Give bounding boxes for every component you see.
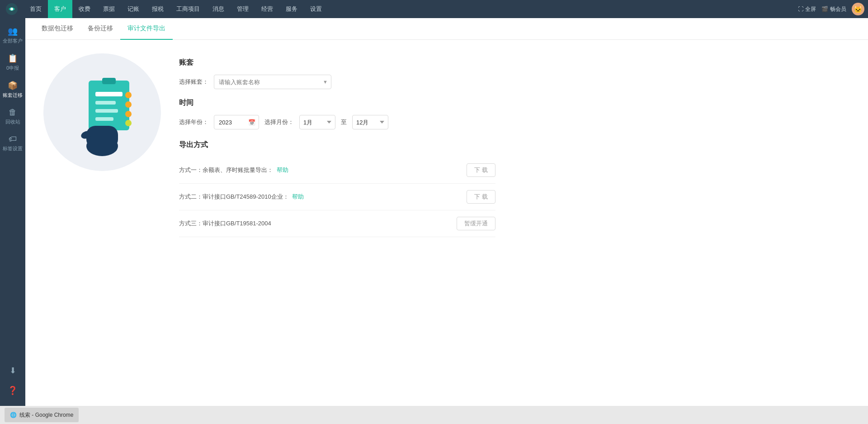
- year-label: 选择年份：: [179, 118, 208, 126]
- sidebar-item-recycle[interactable]: 🗑 回收站: [1, 104, 24, 129]
- sidebar-item-account-migration[interactable]: 📦 账套迁移: [1, 77, 24, 102]
- account-label: 选择账套：: [179, 78, 208, 86]
- recycle-icon: 🗑: [9, 108, 17, 117]
- sidebar-item-label: 标签设置: [3, 145, 23, 152]
- sidebar-help-button[interactable]: ❓: [1, 382, 24, 399]
- nav-item-工商项目[interactable]: 工商项目: [170, 0, 206, 18]
- method-1-download-button[interactable]: 下 载: [467, 163, 495, 177]
- export-title: 导出方式: [179, 140, 495, 150]
- chevron-down-icon: ▼: [323, 79, 328, 85]
- declaration-icon: 📋: [8, 53, 18, 63]
- page-content: 账套 选择账套： ▼ 时间 选择年份： 📅: [25, 40, 868, 406]
- month-start-select[interactable]: 1月2月3月4月 5月6月7月8月 9月10月11月12月: [299, 115, 335, 129]
- sidebar-download-button[interactable]: ⬇: [1, 362, 24, 379]
- sidebar-item-label: 0申报: [6, 65, 19, 71]
- method-1-label: 方式一：余额表、序时账批量导出： 帮助: [179, 166, 459, 174]
- export-method-section: 导出方式 方式一：余额表、序时账批量导出： 帮助 下 载 方式二：审计接口GB/…: [179, 140, 495, 237]
- nav-item-报税[interactable]: 报税: [146, 0, 170, 18]
- svg-point-1: [10, 8, 13, 10]
- month-end-wrap: 1月2月3月4月 5月6月7月8月 9月10月11月12月: [352, 115, 388, 129]
- fullscreen-label: 全屏: [805, 5, 816, 13]
- content-area: 数据包迁移 备份迁移 审计文件导出: [25, 18, 868, 406]
- sidebar-item-zero-declaration[interactable]: 📋 0申报: [1, 50, 24, 75]
- member-button[interactable]: 🎬 畅会员: [821, 5, 846, 13]
- year-input-wrap: 📅: [214, 115, 259, 129]
- member-icon: 🎬: [821, 6, 828, 12]
- tag-icon: 🏷: [9, 134, 17, 144]
- sidebar-item-label: 全部客户: [3, 38, 23, 44]
- migration-icon: 📦: [8, 81, 18, 91]
- nav-item-记账[interactable]: 记账: [121, 0, 146, 18]
- svg-point-10: [125, 120, 132, 126]
- nav-item-设置[interactable]: 设置: [304, 0, 328, 18]
- method-2-label: 方式二：审计接口GB/T24589-2010企业： 帮助: [179, 193, 459, 201]
- svg-rect-13: [86, 126, 118, 148]
- method-1-help-link[interactable]: 帮助: [277, 167, 288, 173]
- method-2-help-link[interactable]: 帮助: [292, 193, 304, 200]
- export-container: 账套 选择账套： ▼ 时间 选择年份： 📅: [43, 53, 850, 237]
- calendar-icon: 📅: [248, 119, 255, 126]
- svg-point-7: [125, 92, 132, 98]
- account-select-row: 选择账套： ▼: [179, 75, 495, 89]
- sidebar-bottom: ⬇ ❓: [1, 362, 24, 406]
- method-row-1: 方式一：余额表、序时账批量导出： 帮助 下 载: [179, 157, 495, 184]
- nav-menu: 首页客户收费票据记账报税工商项目消息管理经营服务设置: [24, 0, 798, 18]
- nav-item-客户[interactable]: 客户: [48, 0, 72, 18]
- method-3-open-button[interactable]: 暂缓开通: [457, 217, 495, 230]
- illustration: [43, 53, 161, 171]
- tab-data-migration[interactable]: 数据包迁移: [34, 18, 80, 40]
- svg-point-8: [125, 101, 132, 108]
- main-layout: 👥 全部客户 📋 0申报 📦 账套迁移 🗑 回收站 🏷 标签设置 ⬇ ❓: [0, 18, 868, 406]
- member-label: 畅会员: [830, 5, 846, 13]
- taskbar: 🌐 线索 - Google Chrome: [0, 406, 868, 424]
- taskbar-item-label: 线索 - Google Chrome: [19, 411, 73, 419]
- svg-rect-4: [95, 101, 116, 105]
- month-label: 选择月份：: [264, 118, 294, 126]
- svg-rect-11: [102, 78, 116, 84]
- svg-rect-3: [95, 92, 123, 96]
- month-start-wrap: 1月2月3月4月 5月6月7月8月 9月10月11月12月: [299, 115, 335, 129]
- sidebar: 👥 全部客户 📋 0申报 📦 账套迁移 🗑 回收站 🏷 标签设置 ⬇ ❓: [0, 18, 25, 406]
- sidebar-item-tag-settings[interactable]: 🏷 标签设置: [1, 131, 24, 156]
- method-row-3: 方式三：审计接口GB/T19581-2004 暂缓开通: [179, 210, 495, 237]
- svg-rect-5: [95, 109, 118, 113]
- nav-item-首页[interactable]: 首页: [24, 0, 48, 18]
- sidebar-item-label: 账套迁移: [3, 92, 23, 99]
- app-logo[interactable]: [4, 1, 20, 17]
- nav-item-消息[interactable]: 消息: [206, 0, 231, 18]
- tabs-bar: 数据包迁移 备份迁移 审计文件导出: [25, 18, 868, 40]
- account-section-title: 账套: [179, 58, 495, 67]
- svg-rect-2: [89, 81, 129, 130]
- taskbar-chrome-item[interactable]: 🌐 线索 - Google Chrome: [5, 408, 79, 422]
- nav-item-管理[interactable]: 管理: [231, 0, 255, 18]
- clients-icon: 👥: [8, 26, 18, 36]
- chrome-icon: 🌐: [10, 412, 17, 418]
- time-row: 选择年份： 📅 选择月份： 1月2月3月4月 5月6月7月8月 9月10月11月…: [179, 115, 495, 129]
- illustration-svg: [61, 67, 143, 157]
- svg-point-9: [125, 111, 132, 117]
- time-section-title: 时间: [179, 98, 495, 108]
- nav-item-收费[interactable]: 收费: [72, 0, 97, 18]
- method-2-download-button[interactable]: 下 载: [467, 190, 495, 204]
- fullscreen-icon: ⛶: [798, 6, 803, 12]
- nav-right: ⛶ 全屏 🎬 畅会员 🐱: [798, 3, 864, 15]
- method-3-label: 方式三：审计接口GB/T19581-2004: [179, 219, 449, 228]
- svg-rect-6: [95, 117, 113, 121]
- sidebar-item-all-clients[interactable]: 👥 全部客户: [1, 23, 24, 48]
- to-text: 至: [341, 118, 347, 126]
- fullscreen-button[interactable]: ⛶ 全屏: [798, 5, 816, 13]
- nav-item-服务[interactable]: 服务: [279, 0, 304, 18]
- nav-item-票据[interactable]: 票据: [97, 0, 121, 18]
- month-end-select[interactable]: 1月2月3月4月 5月6月7月8月 9月10月11月12月: [352, 115, 388, 129]
- method-row-2: 方式二：审计接口GB/T24589-2010企业： 帮助 下 载: [179, 184, 495, 210]
- tab-audit-export[interactable]: 审计文件导出: [120, 18, 173, 40]
- account-select-wrap: ▼: [214, 75, 331, 89]
- avatar[interactable]: 🐱: [852, 3, 864, 15]
- top-navigation: 首页客户收费票据记账报税工商项目消息管理经营服务设置 ⛶ 全屏 🎬 畅会员 🐱: [0, 0, 868, 18]
- nav-item-经营[interactable]: 经营: [255, 0, 279, 18]
- sidebar-item-label: 回收站: [5, 119, 20, 125]
- form-panel: 账套 选择账套： ▼ 时间 选择年份： 📅: [179, 53, 495, 237]
- tab-backup-migration[interactable]: 备份迁移: [80, 18, 120, 40]
- account-input[interactable]: [214, 75, 331, 89]
